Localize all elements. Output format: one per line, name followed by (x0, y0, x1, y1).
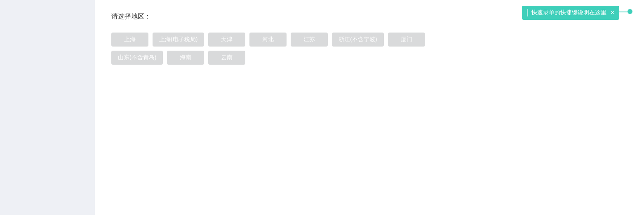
region-btn-shanghai-etax[interactable]: 上海(电子税局) (153, 33, 204, 47)
region-btn-hainan[interactable]: 海南 (167, 51, 204, 65)
tooltip-dot (628, 9, 632, 14)
region-btn-jiangsu[interactable]: 江苏 (291, 33, 328, 47)
region-btn-shanghai[interactable]: 上海 (111, 33, 148, 47)
region-btn-zhejiang[interactable]: 浙江(不含宁波) (332, 33, 383, 47)
region-btn-tianjin[interactable]: 天津 (208, 33, 245, 47)
region-btn-shandong[interactable]: 山东(不含青岛) (111, 51, 163, 65)
region-btn-yunnan[interactable]: 云南 (208, 51, 245, 65)
region-btn-hebei[interactable]: 河北 (249, 33, 287, 47)
tooltip-text: 快速录单的快捷键说明在这里 (531, 9, 606, 16)
tooltip-divider (527, 9, 528, 16)
region-btn-xiamen[interactable]: 厦门 (388, 33, 425, 47)
region-buttons-row2: 山东(不含青岛)海南云南 (111, 51, 628, 65)
region-buttons-row1: 上海上海(电子税局)天津河北江苏浙江(不含宁波)厦门 (111, 33, 628, 47)
main-content: 请选择地区： 上海上海(电子税局)天津河北江苏浙江(不含宁波)厦门 山东(不含青… (95, 0, 644, 215)
tooltip-close-button[interactable]: × (611, 9, 614, 16)
sidebar (0, 0, 95, 215)
tooltip-bar: 快速录单的快捷键说明在这里 × (522, 6, 619, 20)
